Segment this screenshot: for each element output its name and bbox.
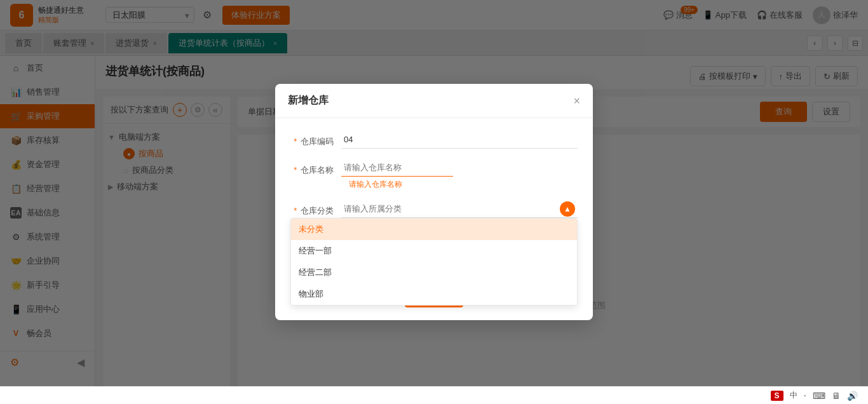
modal-close-btn[interactable]: × [573, 95, 580, 107]
modal-header: 新增仓库 × [275, 84, 593, 118]
code-input[interactable] [341, 131, 578, 149]
status-zh: 中 [790, 390, 797, 401]
status-monitor: 🖥 [832, 391, 841, 401]
dropdown-item-ops1[interactable]: 经营一部 [291, 240, 577, 262]
category-label: * 仓库分类 [290, 200, 341, 217]
statusbar-right: S 中 · ⌨ 🖥 🔊 [771, 390, 858, 401]
form-row-name: * 仓库名称 请输入仓库名称 [290, 159, 578, 190]
dropdown-item-property[interactable]: 物业部 [291, 283, 577, 305]
name-label: * 仓库名称 [290, 159, 341, 176]
category-select-wrap: ▲ 未分类 经营一部 经营二部 物业部 [341, 200, 578, 218]
status-sound: 🔊 [847, 391, 858, 401]
category-dropdown-list: 未分类 经营一部 经营二部 物业部 [290, 218, 578, 306]
code-label: * 仓库编码 [290, 131, 341, 147]
dropdown-item-ops2[interactable]: 经营二部 [291, 262, 577, 283]
category-dropdown-toggle[interactable]: ▲ [560, 201, 575, 217]
modal-title: 新增仓库 [288, 94, 329, 107]
modal-body: * 仓库编码 * 仓库名称 请输入仓库名称 [275, 118, 593, 278]
name-input[interactable] [341, 159, 453, 177]
status-keyboard: ⌨ [813, 391, 825, 401]
modal-overlay: 新增仓库 × * 仓库编码 * 仓库名称 [0, 0, 868, 404]
status-dot: · [804, 390, 806, 401]
name-error-msg: 请输入仓库名称 [349, 179, 402, 190]
dropdown-item-uncategorized[interactable]: 未分类 [291, 219, 577, 240]
statusbar: S 中 · ⌨ 🖥 🔊 [0, 386, 868, 404]
form-row-code: * 仓库编码 [290, 131, 578, 149]
form-row-category: * 仓库分类 ▲ 未分类 经营一部 经营二部 [290, 200, 578, 218]
category-input[interactable] [341, 200, 578, 218]
modal-new-warehouse: 新增仓库 × * 仓库编码 * 仓库名称 [275, 84, 593, 320]
status-s-icon: S [771, 391, 783, 401]
